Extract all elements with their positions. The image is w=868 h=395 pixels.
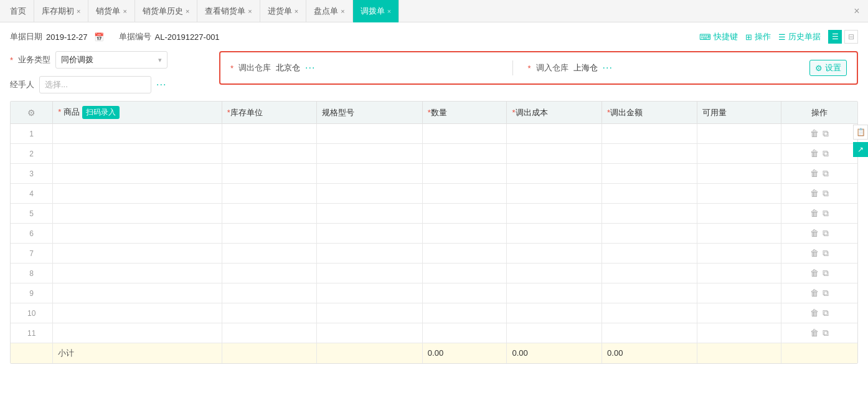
delete-icon[interactable]: 🗑 (810, 328, 819, 338)
delete-icon[interactable]: 🗑 (810, 248, 819, 259)
biz-type-label: 业务类型 (18, 54, 50, 65)
scan-barcode-button[interactable]: 扫码录入 (82, 106, 120, 119)
table-row: 3 🗑⧉ (11, 164, 857, 184)
close-icon[interactable]: × (387, 7, 391, 15)
close-icon[interactable]: × (295, 7, 298, 15)
unit-cell (222, 224, 317, 244)
tab-sales-order[interactable]: 销货单 × (88, 0, 134, 22)
agent-input[interactable]: 选择... (39, 76, 151, 93)
expand-tool-button[interactable]: ↗ (853, 142, 868, 157)
copy-icon[interactable]: ⧉ (823, 288, 829, 298)
agent-more-icon[interactable]: ··· (156, 79, 166, 90)
settings-button[interactable]: ⚙ 设置 (809, 60, 847, 76)
table-row: 2 🗑⧉ (11, 144, 857, 164)
product-cell[interactable] (53, 124, 222, 144)
delete-icon[interactable]: 🗑 (810, 208, 819, 219)
shortcuts-button[interactable]: ⌨ 快捷键 (699, 31, 738, 42)
note-tool-button[interactable]: 📋 (853, 125, 868, 140)
product-cell[interactable] (53, 144, 222, 164)
unit-cell (222, 204, 317, 224)
delete-icon[interactable]: 🗑 (810, 168, 819, 179)
table-row: 1 🗑⧉ (11, 124, 857, 144)
spec-cell (317, 264, 423, 283)
grid-view-button[interactable]: ⊟ (844, 30, 858, 44)
close-icon[interactable]: × (248, 7, 252, 15)
subtotal-qty: 0.00 (422, 343, 507, 363)
tab-inventory-init[interactable]: 库存期初 × (34, 0, 88, 22)
main-content: 单据日期 2019-12-27 📅 单据编号 AL-20191227-001 ⌨… (0, 22, 868, 371)
product-cell[interactable] (53, 244, 222, 264)
warehouse-out-more-icon[interactable]: ··· (305, 62, 315, 74)
copy-icon[interactable]: ⧉ (823, 328, 829, 338)
spec-cell (317, 164, 423, 184)
agent-field: 经手人 选择... ··· (10, 76, 209, 93)
tab-purchase[interactable]: 进货单 × (260, 0, 306, 22)
ops-cell: 🗑⧉ (781, 144, 857, 164)
close-icon[interactable]: × (186, 7, 189, 15)
tab-bar: 首页 库存期初 × 销货单 × 销货单历史 × 查看销货单 × 进货单 × 盘点… (0, 0, 868, 22)
copy-icon[interactable]: ⧉ (823, 208, 829, 219)
qty-cell (422, 184, 507, 204)
product-cell[interactable] (53, 303, 222, 323)
copy-icon[interactable]: ⧉ (823, 308, 829, 318)
amount-cell (602, 244, 697, 264)
date-value: 2019-12-27 (46, 32, 88, 42)
col-header-ops: 操作 (781, 102, 857, 124)
row-num: 8 (11, 264, 53, 283)
close-icon[interactable]: × (123, 7, 126, 15)
tab-sales-history[interactable]: 销货单历史 × (135, 0, 197, 22)
table-wrapper: ⚙ * 商品 扫码录入 *库存单位 规格型号 *数量 *调出 (10, 101, 858, 364)
col-header-avail: 可用量 (697, 102, 781, 124)
delete-icon[interactable]: 🗑 (810, 128, 819, 139)
warehouse-in-field: * 调入仓库 上海仓 ··· (528, 62, 795, 74)
required-star-out: * (230, 64, 234, 73)
unit-cell (222, 144, 317, 164)
spec-cell (317, 144, 423, 164)
copy-icon[interactable]: ⧉ (823, 228, 829, 239)
product-cell[interactable] (53, 204, 222, 224)
operations-button[interactable]: ⊞ 操作 (745, 31, 771, 42)
copy-icon[interactable]: ⧉ (823, 168, 829, 179)
product-cell[interactable] (53, 164, 222, 184)
delete-icon[interactable]: 🗑 (810, 308, 819, 318)
copy-icon[interactable]: ⧉ (823, 188, 829, 199)
product-cell[interactable] (53, 283, 222, 303)
copy-icon[interactable]: ⧉ (823, 148, 829, 159)
delete-icon[interactable]: 🗑 (810, 268, 819, 278)
product-cell[interactable] (53, 323, 222, 343)
amount-cell (602, 124, 697, 144)
tab-home[interactable]: 首页 (2, 0, 34, 22)
copy-icon[interactable]: ⧉ (823, 128, 829, 139)
tab-inventory[interactable]: 盘点单 × (306, 0, 352, 22)
close-icon[interactable]: × (341, 7, 344, 15)
copy-icon[interactable]: ⧉ (823, 268, 829, 278)
table-row: 5 🗑⧉ (11, 204, 857, 224)
calendar-icon[interactable]: 📅 (94, 32, 104, 42)
product-cell[interactable] (53, 264, 222, 283)
delete-icon[interactable]: 🗑 (810, 228, 819, 239)
ops-cell: 🗑⧉ (781, 184, 857, 204)
tab-transfer[interactable]: 调拨单 × (353, 0, 399, 22)
biz-type-input[interactable]: 同价调拨 ▾ (55, 51, 167, 69)
subtotal-amount: 0.00 (602, 343, 697, 363)
history-button[interactable]: ☰ 历史单据 (778, 31, 821, 42)
table-settings-icon[interactable]: ⚙ (27, 108, 35, 118)
cost-cell (507, 244, 602, 264)
product-cell[interactable] (53, 184, 222, 204)
qty-cell (422, 264, 507, 283)
delete-icon[interactable]: 🗑 (810, 288, 819, 298)
header-row: 单据日期 2019-12-27 📅 单据编号 AL-20191227-001 ⌨… (10, 30, 858, 44)
delete-icon[interactable]: 🗑 (810, 148, 819, 159)
warehouse-in-more-icon[interactable]: ··· (603, 62, 613, 74)
delete-icon[interactable]: 🗑 (810, 188, 819, 199)
subtotal-cost: 0.00 (507, 343, 602, 363)
product-cell[interactable] (53, 224, 222, 244)
tab-view-sales[interactable]: 查看销货单 × (197, 0, 260, 22)
window-close-button[interactable]: × (848, 2, 866, 20)
spec-cell (317, 244, 423, 264)
copy-icon[interactable]: ⧉ (823, 248, 829, 259)
avail-cell (697, 303, 781, 323)
unit-cell (222, 164, 317, 184)
list-view-button[interactable]: ☰ (828, 30, 842, 44)
close-icon[interactable]: × (77, 7, 80, 15)
